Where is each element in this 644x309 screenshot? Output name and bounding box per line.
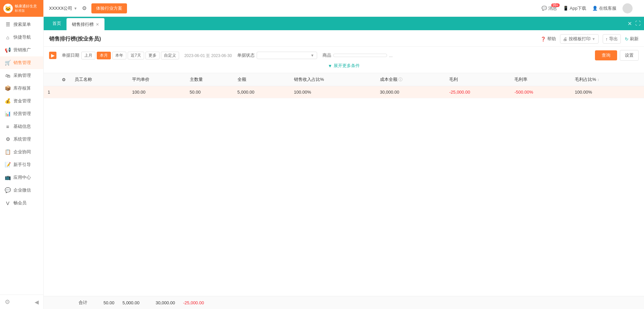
service-icon: 👤 [592,6,598,11]
date-label: 单据日期 [62,52,79,58]
set-btn[interactable]: 设置 [620,50,639,61]
tab-home[interactable]: 首页 [47,17,67,30]
sidebar-item-system-mgmt[interactable]: ⚙ 系统管理 [0,133,43,146]
table-row: 1 100.00 50.00 5,000.00 100.00% 30,000.0… [44,86,644,98]
col-amount: 全额 [233,73,290,86]
company-selector[interactable]: XXXXX公司 ▼ [49,5,77,11]
more-btn[interactable]: 更多 [145,52,160,59]
col-employee: 员工名称 [71,73,128,86]
sidebar-settings-icon[interactable]: ⚙ [5,298,10,306]
col-avg-price: 平均单价 [128,73,185,86]
content: 销售排行榜(按业务员) ❓ 帮助 🖨 按模板打印 ▼ ↑ 导出 [44,30,644,309]
enterprise-wechat-icon: 💬 [5,187,11,193]
sales-mgmt-icon: 🛒 [5,60,11,66]
sidebar-item-enterprise-wechat[interactable]: 💬 企业微信 [0,184,43,197]
refresh-btn[interactable]: ↻ 刷新 [625,36,639,42]
cell-employee [71,86,128,98]
filter-date-item: 单据日期 上月 本月 本年 近7天 更多 自定义 [62,52,179,59]
sidebar-item-app-center[interactable]: 📺 应用中心 [0,171,43,184]
inventory-icon: 📦 [5,85,11,91]
app-download-btn[interactable]: 📱 App下载 [563,5,586,11]
tab-sales-ranking[interactable]: 销售排行榜 ✕ [67,18,104,30]
sidebar-item-finance[interactable]: 💰 资金管理 [0,95,43,107]
main-area: XXXXX公司 ▼ ⚙ 体验行业方案 💬 消息 99+ 📱 App下载 👤 在线… [44,0,644,309]
col-settings[interactable]: ⚙ [57,73,71,86]
membership-icon: V [5,200,11,206]
app-download-icon: 📱 [563,6,568,11]
sidebar-logo: 🐱 畅康通好生意 标准版 [0,0,43,17]
sidebar-item-inventory[interactable]: 📦 库存核算 [0,82,43,95]
export-icon: ↑ [606,37,608,42]
cell-avg-price: 100.00 [128,86,185,98]
col-rank [44,73,57,86]
page-header: 销售排行榜(按业务员) ❓ 帮助 🖨 按模板打印 ▼ ↑ 导出 [44,30,644,47]
cost-amount-help-icon[interactable]: ⓘ [398,77,402,82]
footer-gross-profit: -25,000.00 [183,300,204,305]
sidebar-item-marketing[interactable]: 📢 营销推广 [0,44,43,56]
table-container: ⚙ 员工名称 平均单价 主数量 [44,73,644,296]
sidebar-item-label: 基础信息 [13,123,31,130]
col-cost-amount: 成本全额 ⓘ [376,73,445,86]
sidebar-item-label: 系统管理 [13,136,31,142]
basic-info-icon: ≡ [5,124,11,130]
query-btn[interactable]: 查询 [595,50,617,60]
table-settings-icon: ⚙ [62,77,66,82]
sidebar-item-operations[interactable]: 📊 经营管理 [0,107,43,120]
sidebar-item-search-orders[interactable]: ☰ 搜索菜单 [0,18,43,31]
purchase-mgmt-icon: 🛍 [5,73,11,79]
export-label: 导出 [609,36,618,42]
sidebar-item-sales-mgmt[interactable]: 🛒 销售管理 [0,56,43,69]
col-main-qty: 主数量 [186,73,233,86]
filter-more-dots[interactable]: ... [389,53,393,58]
sidebar-item-enterprise-collab[interactable]: 📋 企业协同 [0,146,43,158]
template-print-btn[interactable]: 🖨 按模板打印 ▼ [560,34,599,44]
gross-ratio-sort-icon[interactable]: ↕ [597,78,599,82]
sidebar-item-label: 快捷导航 [13,34,31,40]
export-btn[interactable]: ↑ 导出 [603,34,621,44]
custom-btn[interactable]: 自定义 [161,52,179,59]
sidebar-item-label: 销售管理 [13,60,31,66]
page-title: 销售排行榜(按业务员) [49,36,101,43]
this-year-btn[interactable]: 本年 [112,52,126,59]
logo-sub: 标准版 [15,8,37,13]
sidebar-item-purchase-mgmt[interactable]: 🛍 采购管理 [0,69,43,82]
tab-fullscreen-icon[interactable]: ⛶ [635,20,641,27]
message-btn[interactable]: 💬 消息 99+ [542,5,557,11]
prev-month-btn[interactable]: 上月 [81,52,95,59]
expand-more-icon: ▼ [328,63,332,68]
cell-cost-amount: 30,000.00 [376,86,445,98]
cell-sales-ratio: 100.00% [290,86,376,98]
7days-btn[interactable]: 近7天 [128,52,144,59]
sidebar-item-membership[interactable]: V 畅会员 [0,197,43,209]
data-table: ⚙ 员工名称 平均单价 主数量 [44,73,644,98]
refresh-label: 刷新 [630,36,639,42]
sidebar-item-basic-info[interactable]: ≡ 基础信息 [0,120,43,133]
date-buttons: 上月 本月 本年 近7天 更多 自定义 [81,52,179,59]
cell-amount: 5,000.00 [233,86,290,98]
finance-icon: 💰 [5,98,11,104]
col-gross-profit: 毛利 [445,73,510,86]
sidebar: 🐱 畅康通好生意 标准版 ☰ 搜索菜单 ⌂ 快捷导航 📢 营销推广 🛒 销售管理… [0,0,44,309]
tab-close-all-icon[interactable]: ✕ [628,20,632,27]
sidebar-item-beginner-guide[interactable]: 📝 新手引导 [0,158,43,171]
filter-expand-icon[interactable]: ▶ [49,52,56,59]
nav-tabs-right: ✕ ⛶ [628,20,641,27]
goods-select[interactable] [333,54,387,57]
footer-amount-cell: 5,000.00 [119,300,144,305]
sidebar-item-label: 畅会员 [13,200,27,206]
refresh-icon: ↻ [625,37,629,42]
filter-goods-item: 商品 ... [323,52,393,58]
tab-close-icon[interactable]: ✕ [96,22,99,27]
online-service-btn[interactable]: 👤 在线客服 [592,5,616,11]
trial-btn[interactable]: 体验行业方案 [91,3,127,13]
operations-icon: 📊 [5,111,11,117]
expand-more-btn[interactable]: ▼ 展开更多条件 [49,61,639,69]
sidebar-collapse-icon[interactable]: ◀ [35,299,39,305]
footer-amount: 5,000.00 [123,300,140,305]
status-select[interactable]: ▼ [257,52,317,59]
help-btn[interactable]: ❓ 帮助 [541,36,556,42]
this-month-btn[interactable]: 本月 [97,52,111,59]
sidebar-item-quick-nav[interactable]: ⌂ 快捷导航 [0,31,43,44]
topbar-settings-icon[interactable]: ⚙ [82,5,87,11]
user-avatar[interactable] [622,3,633,13]
